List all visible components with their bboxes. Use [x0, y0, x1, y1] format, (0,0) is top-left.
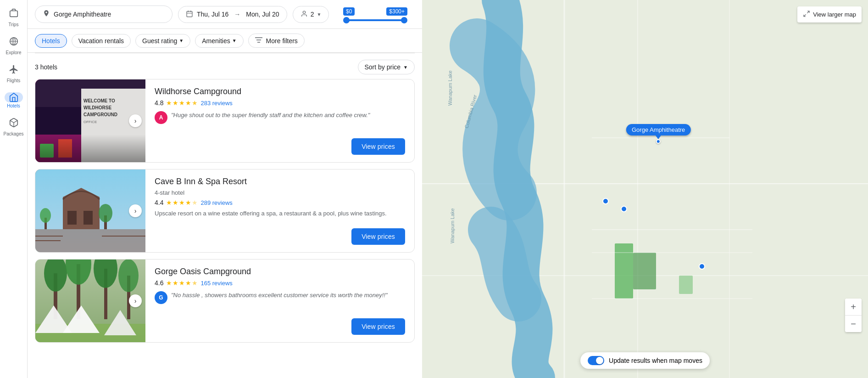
- hotels-filter-btn[interactable]: Hotels: [35, 34, 67, 48]
- rating-score-caveb: 4.4: [155, 199, 163, 206]
- price-labels: $0 $300+: [343, 7, 407, 16]
- sidebar-item-hotels[interactable]: Hotels: [2, 89, 26, 112]
- hotel-actions-caveb: View prices: [155, 225, 405, 245]
- view-prices-btn-gorge-oasis[interactable]: View prices: [351, 318, 405, 335]
- flights-icon: [9, 64, 19, 77]
- sort-by-price-btn[interactable]: Sort by price ▼: [358, 60, 415, 74]
- svg-point-59: [603, 198, 608, 204]
- reviews-link-wildhorse[interactable]: 283 reviews: [200, 100, 232, 107]
- map-pin-gorge[interactable]: Gorge Amphitheatre: [658, 144, 723, 164]
- star-2: ★: [172, 99, 178, 107]
- location-pin-icon: [43, 10, 50, 19]
- view-prices-btn-caveb[interactable]: View prices: [351, 228, 405, 245]
- reviews-link-gorge-oasis[interactable]: 165 reviews: [200, 280, 232, 287]
- expand-icon: [803, 10, 810, 19]
- sort-label: Sort by price: [365, 63, 401, 71]
- price-slider-track[interactable]: [343, 19, 407, 21]
- sidebar-item-hotels-label: Hotels: [7, 103, 20, 108]
- hotel-card-gorge-oasis[interactable]: › Gorge Oasis Campground 4.6 ★ ★ ★ ★ ★ 1…: [35, 259, 415, 343]
- review-text-wildhorse: "Huge shout out to the super friendly st…: [171, 111, 370, 119]
- zoom-out-btn[interactable]: −: [845, 316, 862, 332]
- hotel-actions-gorge-oasis: View prices: [155, 315, 405, 335]
- results-count: 3 hotels: [35, 63, 57, 71]
- hotel-info-caveb: Cave B Inn & Spa Resort 4-star hotel 4.4…: [145, 169, 414, 252]
- results-area: 3 hotels Sort by price ▼ WELCOME TO WILD…: [28, 53, 422, 378]
- hotel-image-next-arrow-caveb[interactable]: ›: [129, 204, 142, 217]
- toggle-thumb: [596, 357, 603, 364]
- sidebar-item-trips-label: Trips: [9, 22, 19, 27]
- svg-point-60: [621, 206, 627, 212]
- sidebar-nav: Trips Explore Flights Hotels: [0, 0, 28, 378]
- gorge-pin-label: Gorge Amphitheatre: [626, 124, 690, 135]
- star-1: ★: [166, 199, 172, 206]
- price-slider-thumb-max[interactable]: [401, 17, 407, 23]
- guest-rating-filter-btn[interactable]: Guest rating ▼: [135, 34, 190, 48]
- map-panel[interactable]: Columbia River Wanapum Lake Wanapum Lake…: [422, 0, 868, 378]
- hotel-image-next-arrow[interactable]: ›: [129, 114, 142, 127]
- vacation-rentals-filter-btn[interactable]: Vacation rentals: [72, 34, 131, 48]
- svg-rect-13: [35, 107, 81, 162]
- reviewer-initial-gorge-oasis: G: [159, 294, 163, 301]
- svg-text:Wanapum Lake: Wanapum Lake: [447, 70, 453, 106]
- more-filters-btn[interactable]: More filters: [248, 34, 305, 48]
- star-1: ★: [166, 99, 172, 107]
- review-text-gorge-oasis: "No hassle , showers bathrooms excellent…: [171, 291, 388, 299]
- date-picker[interactable]: Thu, Jul 16 → Mon, Jul 20: [178, 6, 287, 23]
- sidebar-item-explore[interactable]: Explore: [2, 33, 26, 59]
- hotel-image-next-arrow-gorge-oasis[interactable]: ›: [129, 294, 142, 307]
- checkout-date: Mon, Jul 20: [246, 11, 279, 18]
- hotel-name-caveb: Cave B Inn & Spa Resort: [155, 177, 405, 186]
- star-5-half: ★: [192, 199, 198, 206]
- svg-rect-49: [633, 253, 656, 289]
- hotel-card-wildhorse[interactable]: WELCOME TO WILDHORSE CAMPGROUND OFFICE ›…: [35, 79, 415, 163]
- amenities-filter-btn[interactable]: Amenities ▼: [195, 34, 243, 48]
- reviews-link-caveb[interactable]: 289 reviews: [200, 199, 232, 206]
- filter-bar: Hotels Vacation rentals Guest rating ▼ A…: [28, 29, 422, 53]
- main-content: Gorge Amphitheatre Thu, Jul 16 → Mon, Ju…: [28, 0, 422, 378]
- search-input-value: Gorge Amphitheatre: [54, 11, 165, 18]
- hotel-image-caveb: ›: [35, 169, 145, 252]
- explore-icon: [9, 36, 19, 49]
- svg-point-61: [699, 264, 705, 269]
- svg-text:OFFICE: OFFICE: [83, 120, 97, 124]
- sidebar-item-flights[interactable]: Flights: [2, 61, 26, 87]
- update-results-toggle[interactable]: [588, 356, 604, 365]
- svg-text:WELCOME TO: WELCOME TO: [83, 98, 115, 103]
- hotel-info-gorge-oasis: Gorge Oasis Campground 4.6 ★ ★ ★ ★ ★ 165…: [145, 260, 414, 342]
- calendar-icon: [186, 10, 193, 19]
- star-4: ★: [185, 99, 191, 107]
- star-3: ★: [179, 99, 185, 107]
- search-box[interactable]: Gorge Amphitheatre: [35, 6, 172, 23]
- zoom-in-btn[interactable]: +: [845, 299, 862, 315]
- date-separator: →: [234, 11, 240, 18]
- view-larger-map-btn[interactable]: View larger map: [797, 6, 862, 23]
- guests-picker[interactable]: 2 ▼: [293, 6, 329, 23]
- star-3: ★: [179, 199, 185, 206]
- rating-score-wildhorse: 4.8: [155, 99, 163, 107]
- hotel-rating-row-caveb: 4.4 ★ ★ ★ ★ ★ 289 reviews: [155, 199, 405, 206]
- hotel-description-caveb: Upscale resort on a wine estate offering…: [155, 209, 405, 218]
- sidebar-item-packages[interactable]: Packages: [2, 114, 26, 140]
- svg-rect-21: [58, 139, 72, 158]
- star-4: ★: [185, 199, 191, 206]
- checkin-date: Thu, Jul 16: [197, 11, 228, 18]
- guests-count: 2: [311, 11, 314, 18]
- sidebar-item-explore-label: Explore: [6, 50, 22, 55]
- amenities-chevron-icon: ▼: [232, 38, 237, 43]
- view-prices-btn-wildhorse[interactable]: View prices: [351, 138, 405, 155]
- price-slider-thumb-min[interactable]: [343, 17, 350, 23]
- svg-point-41: [118, 260, 139, 292]
- star-2: ★: [172, 279, 178, 287]
- hotel-actions-wildhorse: View prices: [155, 135, 405, 155]
- star-3: ★: [179, 279, 185, 287]
- price-range-filter: $0 $300+: [343, 7, 415, 21]
- svg-rect-24: [67, 211, 77, 225]
- hotel-card-caveb[interactable]: › Cave B Inn & Spa Resort 4-star hotel 4…: [35, 169, 415, 253]
- star-4: ★: [185, 279, 191, 287]
- more-filters-label: More filters: [266, 37, 298, 45]
- svg-point-29: [40, 208, 51, 223]
- hotel-name-wildhorse: Wildhorse Campground: [155, 87, 405, 96]
- map-zoom-controls: + −: [845, 299, 862, 332]
- sidebar-item-trips[interactable]: Trips: [2, 5, 26, 31]
- review-snippet-gorge-oasis: G "No hassle , showers bathrooms excelle…: [155, 291, 405, 304]
